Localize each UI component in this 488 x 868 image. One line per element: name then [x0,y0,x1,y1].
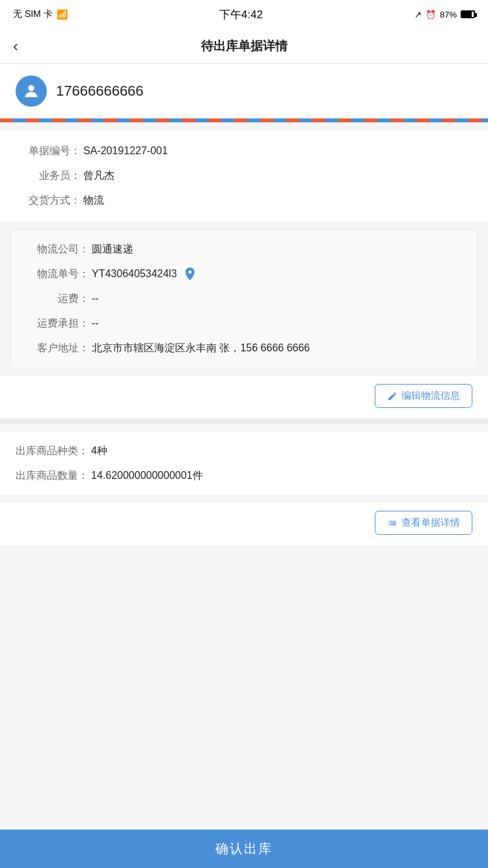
customer-phone: 17666666666 [56,83,144,100]
logistics-freight-row: 运费： -- [24,291,464,306]
logistics-bearer-label: 运费承担： [24,316,89,331]
dashed-divider [0,118,488,122]
back-button[interactable]: ‹ [13,38,18,54]
edit-logistics-label: 编辑物流信息 [401,390,460,402]
alarm-icon: ⏰ [426,10,436,20]
goods-quantity-label: 出库商品数量： [16,468,88,483]
goods-quantity-row: 出库商品数量： 14.620000000000001件 [16,468,472,483]
delivery-value: 物流 [81,193,472,208]
logistics-company-label: 物流公司： [24,241,89,257]
edit-btn-container: 编辑物流信息 [0,376,488,418]
logistics-tracking-label: 物流单号： [24,266,89,282]
order-info-section: 单据编号： SA-20191227-001 业务员： 曾凡杰 交货方式： 物流 [0,130,488,221]
empty-area [0,545,488,714]
goods-types-row: 出库商品种类： 4种 [16,443,472,459]
confirm-outbound-button[interactable]: 确认出库 [16,840,472,858]
logistics-address-row: 客户地址： 北京市市辖区海淀区永丰南 张，156 6666 6666 [24,340,464,356]
view-btn-container: 查看单据详情 [0,503,488,545]
order-number-label: 单据编号： [16,143,81,159]
logistics-tracking-row: 物流单号： YT43064053424l3 [24,266,464,282]
wifi-icon: 📶 [57,9,68,20]
logistics-freight-label: 运费： [24,291,89,306]
delivery-label: 交货方式： [16,193,81,208]
logistics-address-label: 客户地址： [24,340,89,356]
list-icon [387,518,398,528]
status-time: 下午4:42 [219,7,263,22]
logistics-bearer-row: 运费承担： -- [24,316,464,331]
status-left: 无 SIM 卡 📶 [13,8,68,20]
view-detail-button[interactable]: 查看单据详情 [375,511,472,535]
edit-logistics-button[interactable]: 编辑物流信息 [375,384,472,408]
status-bar: 无 SIM 卡 📶 下午4:42 ↗ ⏰ 87% [0,0,488,29]
confirm-btn-bar: 确认出库 [0,830,488,868]
logistics-company-value: 圆通速递 [89,241,464,257]
location-status-icon: ↗ [414,10,422,20]
salesman-row: 业务员： 曾凡杰 [16,168,472,183]
section-divider [0,418,488,424]
sim-text: 无 SIM 卡 [13,8,53,20]
status-right: ↗ ⏰ 87% [414,10,475,20]
logistics-company-row: 物流公司： 圆通速递 [24,241,464,257]
page-title: 待出库单据详情 [201,38,288,55]
logistics-bearer-value: -- [89,316,464,331]
avatar [16,75,47,107]
logistics-address-value: 北京市市辖区海淀区永丰南 张，156 6666 6666 [89,340,464,356]
goods-quantity-value: 14.620000000000001件 [88,468,472,483]
goods-section: 出库商品种类： 4种 出库商品数量： 14.620000000000001件 [0,431,488,495]
battery-icon [461,10,475,18]
order-number-row: 单据编号： SA-20191227-001 [16,143,472,159]
nav-bar: ‹ 待出库单据详情 [0,29,488,64]
user-icon [22,82,40,100]
customer-header: 17666666666 [0,64,488,118]
logistics-freight-value: -- [89,291,464,306]
svg-point-0 [28,85,34,91]
salesman-value: 曾凡杰 [81,168,472,183]
goods-types-value: 4种 [88,443,472,459]
view-detail-label: 查看单据详情 [401,517,460,529]
logistics-tracking-value: YT43064053424l3 [89,266,464,282]
goods-types-label: 出库商品种类： [16,443,88,459]
edit-icon [387,391,398,401]
order-number-value: SA-20191227-001 [81,143,472,159]
logistics-section: 物流公司： 圆通速递 物流单号： YT43064053424l3 运费： -- … [10,229,478,368]
salesman-label: 业务员： [16,168,81,183]
map-pin-icon[interactable] [182,266,198,282]
battery-text: 87% [440,10,457,20]
delivery-row: 交货方式： 物流 [16,193,472,208]
